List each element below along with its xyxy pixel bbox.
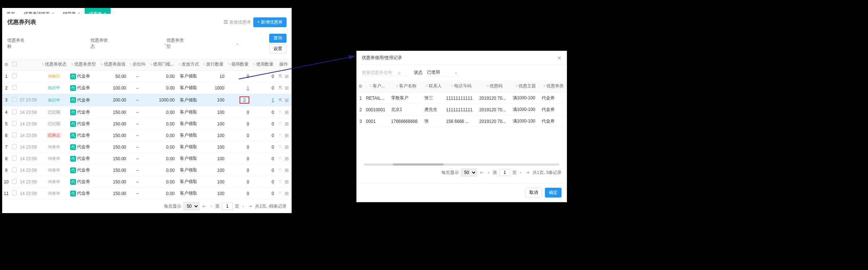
column-header[interactable] bbox=[10, 58, 18, 71]
page-size-select[interactable]: 50 bbox=[183, 202, 199, 210]
qrcode-icon[interactable]: ⊞ bbox=[285, 97, 289, 103]
search-input[interactable] bbox=[362, 70, 398, 75]
row-checkbox[interactable] bbox=[12, 144, 17, 149]
cancel-button[interactable]: 取消 bbox=[525, 188, 542, 198]
filter-name-input[interactable] bbox=[29, 40, 90, 47]
column-header[interactable]: ⇅优惠券类型 bbox=[69, 58, 98, 71]
table-row[interactable]: 1RETAIL...零散客户张三111111111112019120 70...… bbox=[357, 92, 567, 104]
page-prev-icon[interactable]: ‹ bbox=[487, 170, 491, 175]
qrcode-icon[interactable]: ⊞ bbox=[285, 156, 289, 161]
gear-icon[interactable]: ⚙ bbox=[359, 84, 363, 89]
share-icon[interactable]: ⇱ bbox=[279, 97, 283, 103]
column-header[interactable]: ⇅客户... bbox=[364, 80, 389, 92]
page-last-icon[interactable]: ⇥ bbox=[525, 170, 530, 175]
qrcode-icon[interactable]: ⊞ bbox=[285, 144, 289, 150]
qrcode-icon[interactable]: ⊞ bbox=[285, 133, 289, 138]
qrcode-icon[interactable]: ⊞ bbox=[285, 74, 289, 79]
status-badge: 待发布 bbox=[47, 167, 62, 173]
share-icon[interactable]: ⇱ bbox=[279, 74, 283, 79]
column-header[interactable] bbox=[18, 58, 39, 71]
table-row[interactable]: 200010001北京1唐先生111111111112019120 70...满… bbox=[357, 104, 567, 116]
status-badge: 待发布 bbox=[47, 179, 62, 184]
pagination-left: 每页显示 50 ⇤ ‹ 第 页 › ⇥ 共1页, 49条记录 bbox=[2, 199, 292, 213]
claim-count-link[interactable]: 3 bbox=[243, 97, 246, 103]
share-icon: ⇱ bbox=[279, 191, 283, 196]
distribute-coupon-button[interactable]: ☰ 发放优惠券 bbox=[224, 19, 251, 25]
select-all-checkbox[interactable] bbox=[12, 62, 17, 66]
row-checkbox[interactable] bbox=[12, 179, 17, 184]
table-row[interactable]: 307 23:59执行中代代金券200.00--1000.00客户领取10031… bbox=[2, 94, 292, 107]
table-row[interactable]: 414 23:59已过期代代金券150.00--0.00客户领取10000⇱⊞ bbox=[2, 107, 292, 118]
page-number-input[interactable] bbox=[499, 169, 510, 176]
table-row[interactable]: 814 23:59待发布代代金券150.00--0.00客户领取10000⇱⊞ bbox=[2, 153, 292, 165]
page-first-icon[interactable]: ⇤ bbox=[202, 204, 207, 209]
share-icon: ⇱ bbox=[279, 167, 283, 173]
qrcode-icon[interactable]: ⊞ bbox=[285, 121, 289, 126]
status-badge: 待发布 bbox=[47, 144, 62, 149]
page-prev-icon[interactable]: ‹ bbox=[209, 204, 213, 209]
filter-status-select[interactable]: ⌄ bbox=[113, 40, 166, 47]
qrcode-icon[interactable]: ⊞ bbox=[285, 109, 289, 115]
page-size-select[interactable]: 50 bbox=[461, 169, 477, 176]
column-header[interactable]: ⇅优惠券状态 bbox=[39, 58, 69, 71]
table-row[interactable]: 1014 23:59待发布代代金券150.00--0.00客户领取10000⇱⊞ bbox=[2, 176, 292, 188]
qrcode-icon[interactable]: ⊞ bbox=[285, 191, 289, 196]
page-next-icon[interactable]: › bbox=[519, 170, 522, 175]
table-row[interactable]: 514 23:59已过期代代金券150.00--0.00客户领取10000⇱⊞ bbox=[2, 118, 292, 130]
query-button[interactable]: 查询 bbox=[269, 34, 287, 43]
table-row[interactable]: 1待执行代代金券50.00--0.00客户领取1000⇱⊞ bbox=[2, 71, 292, 82]
gear-icon[interactable]: ⚙ bbox=[4, 62, 8, 67]
table-row[interactable]: 914 23:59待发布代代金券150.00--0.00客户领取10000⇱⊞ bbox=[2, 165, 292, 176]
use-count-link[interactable]: 1 bbox=[272, 97, 274, 103]
page-number-input[interactable] bbox=[222, 203, 233, 210]
row-checkbox[interactable] bbox=[12, 133, 17, 137]
status-filter-select[interactable]: 已使用 ⌄ bbox=[425, 68, 459, 76]
search-input-wrapper: ⌕ bbox=[362, 69, 409, 76]
row-checkbox[interactable] bbox=[12, 191, 17, 195]
row-checkbox[interactable] bbox=[12, 97, 17, 102]
page-first-icon[interactable]: ⇤ bbox=[479, 170, 485, 175]
row-checkbox[interactable] bbox=[12, 74, 17, 78]
qrcode-icon[interactable]: ⊞ bbox=[285, 179, 289, 184]
voucher-type-icon: 代 bbox=[70, 191, 76, 196]
row-checkbox[interactable] bbox=[12, 121, 17, 126]
table-row[interactable]: 3000117666666666张156 6666 ...2019120 70.… bbox=[357, 116, 567, 127]
column-header[interactable]: ⇅优惠券面值 bbox=[98, 58, 127, 71]
column-header[interactable]: ⇅使用门槛... bbox=[147, 58, 176, 71]
settings-button[interactable]: 设置 bbox=[269, 44, 287, 53]
column-header[interactable]: 操作 bbox=[276, 58, 292, 71]
share-icon[interactable]: ⇱ bbox=[279, 85, 283, 91]
column-header[interactable]: ⇅发放方式 bbox=[176, 58, 201, 71]
column-header[interactable]: ⚙ bbox=[2, 58, 10, 71]
table-row[interactable]: 2执行中代代金券100.00--0.00客户领取100010⇱⊞ bbox=[2, 82, 292, 94]
table-row[interactable]: 714 23:59待发布代代金券150.00--0.00客户领取10000⇱⊞ bbox=[2, 141, 292, 153]
qrcode-icon[interactable]: ⊞ bbox=[285, 85, 289, 91]
column-header[interactable]: ⇅折扣% bbox=[128, 58, 148, 71]
qrcode-icon[interactable]: ⊞ bbox=[285, 167, 289, 173]
claim-count-link[interactable]: 1 bbox=[247, 86, 249, 91]
close-icon[interactable]: ✕ bbox=[557, 55, 562, 61]
table-row[interactable]: 614 23:59已终止代代金券150.00--0.00客户领取10000⇱⊞ bbox=[2, 130, 292, 141]
row-checkbox[interactable] bbox=[12, 109, 17, 114]
confirm-button[interactable]: 确定 bbox=[545, 188, 562, 198]
column-header[interactable]: ⇅使用数量 bbox=[251, 58, 276, 71]
row-checkbox[interactable] bbox=[12, 156, 17, 161]
add-coupon-button[interactable]: + 新增优惠券 bbox=[253, 17, 287, 27]
column-header[interactable]: ⇅优惠主题 bbox=[511, 80, 540, 92]
page-last-icon[interactable]: ⇥ bbox=[247, 204, 253, 209]
column-header[interactable]: ⇅电话号码 bbox=[445, 80, 478, 92]
column-header[interactable]: ⇅领用数量 bbox=[226, 58, 251, 71]
column-header[interactable]: ⇅客户名称 bbox=[390, 80, 423, 92]
page-next-icon[interactable]: › bbox=[241, 204, 245, 209]
column-header[interactable]: ⇅优惠码 bbox=[478, 80, 511, 92]
row-checkbox[interactable] bbox=[12, 167, 17, 172]
filter-type-select[interactable]: ⌄ bbox=[188, 40, 239, 47]
row-checkbox[interactable] bbox=[12, 85, 17, 90]
column-header[interactable]: ⚙ bbox=[357, 80, 364, 92]
table-row[interactable]: 1114 23:59待发布代代金券150.00--0.00客户领取10000⇱⊞ bbox=[2, 188, 292, 199]
horizontal-scrollbar[interactable] bbox=[364, 163, 559, 166]
search-icon[interactable]: ⌕ bbox=[398, 70, 401, 75]
column-header[interactable]: ⇅发行数量 bbox=[201, 58, 226, 71]
column-header[interactable]: ⇅联系人 bbox=[423, 80, 445, 92]
column-header[interactable]: ⇅优惠券类 bbox=[540, 80, 567, 92]
